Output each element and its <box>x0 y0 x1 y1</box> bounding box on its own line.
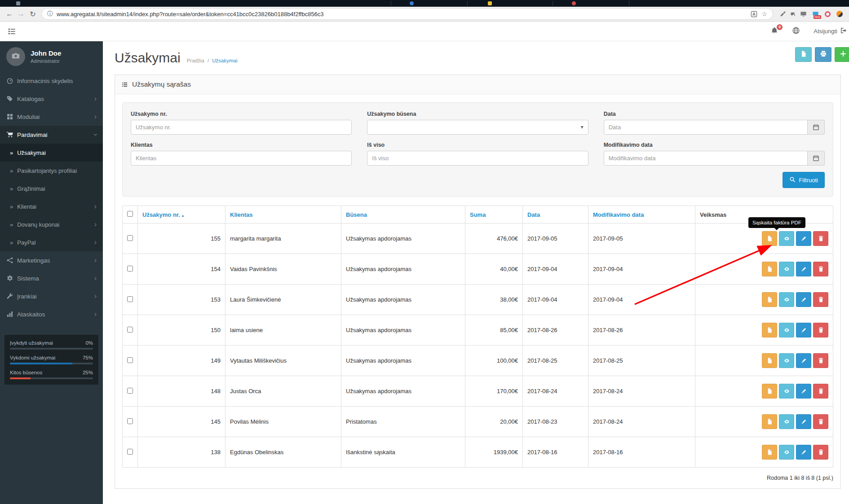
sidebar-item-ataskaitos[interactable]: Ataskaitos› <box>0 305 103 323</box>
edit-button[interactable] <box>796 414 811 429</box>
sidebar-item-grazinimai[interactable]: »Grąžinimai <box>0 180 103 197</box>
invoice-pdf-button[interactable] <box>762 323 777 337</box>
sidebar-item-pardavimai[interactable]: Pardavimai› <box>0 126 103 144</box>
edit-button[interactable] <box>796 384 811 399</box>
calendar-button[interactable] <box>808 120 825 135</box>
edit-button[interactable] <box>796 353 811 368</box>
sidebar-item-dovanu-kuponai[interactable]: »Dovanų kuponai› <box>0 215 103 233</box>
tab-favicon[interactable] <box>410 1 414 5</box>
view-button[interactable] <box>779 262 794 276</box>
sidebar-item-uzsakymai[interactable]: »Užsakymai <box>0 144 103 162</box>
column-sort-busena[interactable]: Būsena <box>341 206 465 224</box>
delete-button[interactable] <box>813 262 828 276</box>
column-sort-klientas[interactable]: Klientas <box>226 206 341 224</box>
delete-button[interactable] <box>813 323 828 337</box>
column-sort-suma[interactable]: Suma <box>465 206 523 224</box>
edit-button[interactable] <box>796 262 811 276</box>
delete-button[interactable] <box>813 384 828 399</box>
print-shipping-button[interactable] <box>815 47 831 62</box>
sidebar-item-moduliai[interactable]: Moduliai› <box>0 108 103 126</box>
view-button[interactable] <box>779 353 794 368</box>
edit-button[interactable] <box>796 292 811 307</box>
reload-button[interactable]: ↻ <box>27 10 39 18</box>
filter-input-data[interactable] <box>604 120 808 135</box>
tab-favicon[interactable] <box>488 1 492 5</box>
misc-extension-icon[interactable] <box>836 10 844 18</box>
language-button[interactable] <box>785 22 807 41</box>
filter-input-is-viso[interactable] <box>367 151 588 166</box>
delete-button[interactable] <box>813 445 828 460</box>
row-checkbox[interactable] <box>127 296 133 302</box>
back-button[interactable]: ← <box>4 10 15 18</box>
delete-button[interactable] <box>813 353 828 368</box>
edit-button[interactable] <box>796 323 811 337</box>
bookmark-star-icon[interactable]: ☆ <box>762 10 768 18</box>
menu-toggle-icon[interactable] <box>7 27 16 36</box>
sidebar-item-marketingas[interactable]: Marketingas› <box>0 251 103 269</box>
cell-num: 154 <box>138 254 226 285</box>
edit-button[interactable] <box>796 445 811 460</box>
monitor-extension-icon[interactable] <box>799 10 807 18</box>
tab-favicon[interactable] <box>16 1 20 5</box>
ip-extension-icon[interactable]: IP, <box>791 10 795 18</box>
filter-input-klientas[interactable] <box>131 151 352 166</box>
filter-input-modifikavimo-data[interactable] <box>604 151 808 166</box>
print-invoice-button[interactable] <box>795 47 812 62</box>
row-checkbox[interactable] <box>127 266 133 272</box>
row-checkbox[interactable] <box>127 357 133 363</box>
delete-button[interactable] <box>813 231 828 246</box>
delete-button[interactable] <box>813 292 828 307</box>
translate-icon[interactable] <box>751 11 757 18</box>
filter-button[interactable]: Filtruoti <box>783 172 825 188</box>
row-checkbox[interactable] <box>127 235 133 241</box>
column-sort-data[interactable]: Data <box>523 206 588 224</box>
sidebar-item-irankiai[interactable]: Įrankiai› <box>0 287 103 305</box>
column-sort-modifikavimo-data[interactable]: Modifikavimo data <box>588 206 695 224</box>
invoice-pdf-button[interactable] <box>762 292 777 307</box>
color-picker-extension-icon[interactable] <box>778 10 787 18</box>
view-button[interactable] <box>779 323 794 337</box>
view-button[interactable] <box>779 292 794 307</box>
sidebar-item-sistema[interactable]: Sistema› <box>0 269 103 287</box>
view-button[interactable] <box>779 231 794 246</box>
invoice-pdf-button[interactable] <box>762 414 777 429</box>
row-checkbox[interactable] <box>127 449 133 455</box>
view-button[interactable] <box>779 445 794 460</box>
cart-icon <box>6 131 17 138</box>
page-info-icon[interactable]: ⓘ <box>47 10 53 18</box>
invoice-pdf-button[interactable] <box>762 353 777 368</box>
url-bar[interactable]: ⓘ www.agregatai.lt/siteadmin14/index.php… <box>41 8 773 20</box>
screen-capture-extension-icon[interactable]: New <box>811 10 819 18</box>
edit-button[interactable] <box>796 231 811 246</box>
breadcrumb-home[interactable]: Pradžia <box>187 58 204 63</box>
filter-select-uzsakymo-busena[interactable]: ▾ <box>367 120 588 135</box>
stat-label: Vykdomi užsakymai <box>10 355 55 360</box>
add-order-button[interactable] <box>835 47 849 62</box>
calendar-button[interactable] <box>808 151 825 166</box>
delete-button[interactable] <box>813 414 828 429</box>
record-extension-icon[interactable] <box>823 10 831 18</box>
invoice-pdf-button[interactable] <box>762 231 777 246</box>
sidebar-item-katalogas[interactable]: Katalogas› <box>0 90 103 108</box>
view-button[interactable] <box>779 384 794 399</box>
row-checkbox[interactable] <box>127 327 133 333</box>
column-sort-uzsakymo-nr[interactable]: Užsakymo nr.▴ <box>138 206 226 224</box>
filter-input-uzsakymo-nr[interactable] <box>131 120 352 135</box>
notifications-button[interactable]: 0 <box>764 22 785 41</box>
sidebar-item-pasikartojantys-profiliai[interactable]: »Pasikartojantys profiliai <box>0 162 103 180</box>
row-checkbox[interactable] <box>127 418 133 424</box>
sidebar-item-label: Informacinis skydelis <box>17 78 97 84</box>
tab-favicon[interactable] <box>572 1 576 5</box>
sidebar-item-paypal[interactable]: »PayPal› <box>0 233 103 251</box>
logout-button[interactable]: Atsijungti <box>807 22 849 41</box>
sidebar-item-informacinis-skydelis[interactable]: Informacinis skydelis <box>0 72 103 90</box>
invoice-pdf-button[interactable] <box>762 262 777 276</box>
select-all-checkbox[interactable] <box>127 211 133 217</box>
invoice-pdf-button[interactable] <box>762 384 777 399</box>
forward-button[interactable]: → <box>15 10 27 18</box>
breadcrumb-current[interactable]: Užsakymai <box>212 58 237 63</box>
row-checkbox[interactable] <box>127 388 133 394</box>
view-button[interactable] <box>779 414 794 429</box>
sidebar-item-klientai[interactable]: »Klientai› <box>0 197 103 215</box>
invoice-pdf-button[interactable] <box>762 445 777 460</box>
